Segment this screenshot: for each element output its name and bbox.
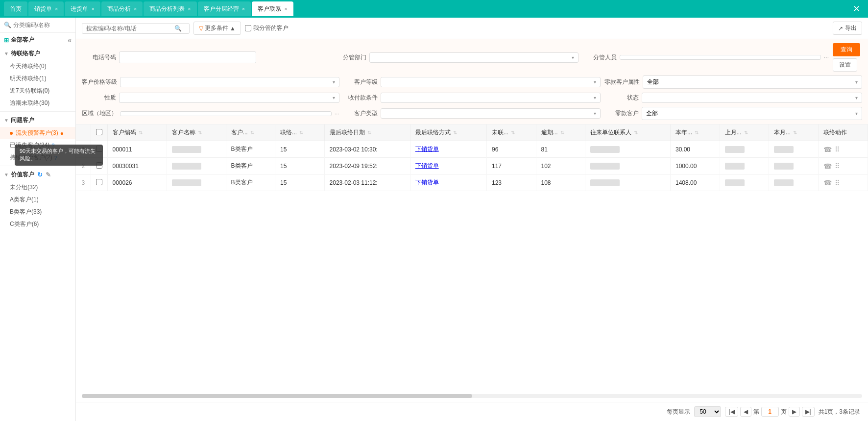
edit-icon[interactable]: ✎ bbox=[46, 171, 51, 178]
tab-sales-close[interactable]: × bbox=[55, 6, 58, 12]
sidebar-all-customers[interactable]: ⊞ 全部客户 « bbox=[0, 33, 75, 47]
arrow-down-icon2: ▼ bbox=[4, 118, 9, 123]
sidebar-search-icon[interactable]: 🔍 bbox=[4, 22, 11, 28]
row-this-month bbox=[769, 174, 819, 191]
col-contact-person-sort-icon[interactable]: ⇅ bbox=[634, 130, 638, 135]
sidebar-group-pending[interactable]: ▼ 待联络客户 bbox=[0, 47, 75, 60]
action-more-icon[interactable]: ⠿ bbox=[835, 162, 840, 170]
action-more-icon[interactable]: ⠿ bbox=[835, 179, 840, 187]
filter-price-grade-select[interactable]: ▾ bbox=[120, 77, 339, 87]
per-page-select[interactable]: 50 100 bbox=[694, 406, 721, 417]
tab-purchase[interactable]: 进货单 × bbox=[65, 1, 100, 16]
sidebar-item-today-label: 今天待联络(0) bbox=[10, 62, 47, 71]
sidebar-item-tomorrow[interactable]: 明天待联络(1) bbox=[0, 73, 75, 85]
refresh-icon[interactable]: ↻ bbox=[37, 171, 43, 178]
first-page-button[interactable]: |◀ bbox=[725, 407, 738, 417]
filter-zero-cust-select[interactable]: 全部 ▾ bbox=[642, 107, 862, 120]
action-contact-icon[interactable]: ☎ bbox=[823, 179, 832, 187]
tab-customer-seg-close[interactable]: × bbox=[242, 6, 245, 12]
tab-home[interactable]: 首页 bbox=[4, 1, 27, 16]
filter-gender-select[interactable]: ▾ bbox=[119, 93, 339, 103]
prev-page-button[interactable]: ◀ bbox=[740, 407, 751, 417]
page-number-input[interactable] bbox=[761, 407, 779, 417]
tab-analysis-close[interactable]: × bbox=[134, 6, 137, 12]
col-last-method-sort-icon[interactable]: ⇅ bbox=[453, 130, 457, 135]
sidebar-collapse-icon[interactable]: « bbox=[68, 36, 72, 44]
col-type-sort-icon[interactable]: ⇅ bbox=[250, 130, 254, 135]
sidebar-item-overdue[interactable]: 逾期未联络(30) bbox=[0, 97, 75, 109]
sidebar-group-value[interactable]: ▼ 价值客户 ↻ ✎ bbox=[0, 168, 75, 181]
sidebar-item-churn-warning[interactable]: 流失预警客户(3) ● bbox=[0, 127, 75, 139]
row-check[interactable] bbox=[91, 174, 107, 191]
filter-dept-select[interactable]: ▾ bbox=[369, 52, 579, 63]
sidebar-group-problem-label: 问题客户 bbox=[11, 116, 34, 124]
query-button[interactable]: 查询 bbox=[833, 43, 860, 56]
sidebar-item-ungrouped[interactable]: 未分组(32) bbox=[0, 181, 75, 194]
col-contact-count-sort-icon[interactable]: ⇅ bbox=[299, 130, 303, 135]
col-code-sort-icon[interactable]: ⇅ bbox=[139, 130, 143, 135]
col-last-month-label: 上月... bbox=[725, 129, 742, 136]
warning-icon: ● bbox=[60, 130, 64, 137]
sidebar-item-type-c[interactable]: C类客户(6) bbox=[0, 218, 75, 230]
action-contact-icon[interactable]: ☎ bbox=[823, 162, 832, 170]
my-customers-checkbox[interactable] bbox=[245, 25, 251, 31]
tab-customer-seg[interactable]: 客户分层经营 × bbox=[198, 1, 251, 16]
sidebar-item-today[interactable]: 今天待联络(0) bbox=[0, 60, 75, 73]
last-page-button[interactable]: ▶| bbox=[802, 407, 815, 417]
row-last-method-link[interactable]: 下销货单 bbox=[415, 162, 439, 169]
filter-region-select[interactable] bbox=[120, 111, 332, 116]
col-last-date-sort-icon[interactable]: ⇅ bbox=[367, 130, 371, 135]
tab-analysis[interactable]: 商品分析 × bbox=[101, 1, 143, 16]
col-overdue: 逾期... ⇅ bbox=[536, 124, 585, 141]
tab-purchase-close[interactable]: × bbox=[91, 6, 94, 12]
col-last-month-sort-icon[interactable]: ⇅ bbox=[744, 130, 748, 135]
row-last-method-link[interactable]: 下销货单 bbox=[415, 179, 439, 186]
page-navigation: |◀ ◀ 第 页 ▶ ▶| bbox=[725, 407, 814, 417]
sidebar-item-type-b[interactable]: B类客户(33) bbox=[0, 206, 75, 218]
filter-field-gender: 性质 ▾ bbox=[82, 93, 339, 103]
settings-button[interactable]: 设置 bbox=[833, 58, 857, 72]
tab-analysis-list[interactable]: 商品分析列表 × bbox=[144, 1, 196, 16]
scrollbar-thumb[interactable] bbox=[82, 394, 472, 398]
col-uncontacted-sort-icon[interactable]: ⇅ bbox=[511, 130, 515, 135]
col-type: 客户... ⇅ bbox=[226, 124, 275, 141]
horizontal-scrollbar[interactable] bbox=[82, 394, 862, 398]
col-this-year-sort-icon[interactable]: ⇅ bbox=[695, 130, 699, 135]
filter-cust-grade-select[interactable]: ▾ bbox=[381, 77, 601, 87]
tab-analysis-list-close[interactable]: × bbox=[188, 6, 191, 12]
sidebar-item-type-a[interactable]: A类客户(1) bbox=[0, 194, 75, 206]
filter-panel: 电话号码 分管部门 ▾ 分管人员 ··· 查询 bbox=[76, 39, 868, 124]
filter-phone-input[interactable] bbox=[119, 51, 256, 63]
filter-manager-dots[interactable]: ··· bbox=[824, 54, 829, 61]
tab-customer-contact[interactable]: 客户联系 × bbox=[252, 1, 293, 16]
sidebar-search-input[interactable] bbox=[13, 22, 76, 28]
filter-zero-attr-select[interactable]: 全部 ▾ bbox=[643, 75, 862, 89]
action-more-icon[interactable]: ⠿ bbox=[835, 146, 840, 153]
col-overdue-sort-icon[interactable]: ⇅ bbox=[560, 130, 564, 135]
tab-sales[interactable]: 销货单 × bbox=[28, 1, 64, 16]
filter-field-manager: 分管人员 ··· bbox=[582, 53, 829, 62]
filter-search-input[interactable] bbox=[86, 25, 174, 32]
row-last-method-link[interactable]: 下销货单 bbox=[415, 146, 439, 152]
filter-search-icon[interactable]: 🔍 bbox=[174, 25, 182, 32]
window-close-button[interactable]: ✕ bbox=[849, 1, 864, 16]
row-last-date: 2023-02-09 19:52: bbox=[324, 158, 410, 174]
col-this-month-sort-icon[interactable]: ⇅ bbox=[793, 130, 797, 135]
action-contact-icon[interactable]: ☎ bbox=[823, 146, 832, 153]
sidebar-group-problem[interactable]: ▼ 问题客户 bbox=[0, 114, 75, 127]
row-checkbox[interactable] bbox=[96, 179, 102, 185]
col-name-sort-icon[interactable]: ⇅ bbox=[198, 130, 202, 135]
next-page-button[interactable]: ▶ bbox=[789, 407, 800, 417]
filter-field-status: 状态 ▾ bbox=[604, 93, 862, 103]
select-all-checkbox[interactable] bbox=[96, 129, 102, 135]
filter-manager-select[interactable] bbox=[620, 55, 821, 60]
more-conditions-button[interactable]: ▽ 更多条件 ▲ bbox=[193, 22, 241, 35]
tab-customer-contact-close[interactable]: × bbox=[284, 6, 287, 12]
filter-region-dots[interactable]: ··· bbox=[335, 110, 339, 117]
sidebar-item-7days[interactable]: 近7天待联络(0) bbox=[0, 85, 75, 97]
filter-cust-type-select[interactable]: ▾ bbox=[381, 108, 601, 119]
my-customers-filter[interactable]: 我分管的客户 bbox=[245, 24, 289, 32]
filter-payment-select[interactable]: ▾ bbox=[381, 93, 601, 103]
filter-status-select[interactable]: ▾ bbox=[642, 93, 862, 103]
export-button[interactable]: ↗ 导出 bbox=[833, 22, 862, 35]
